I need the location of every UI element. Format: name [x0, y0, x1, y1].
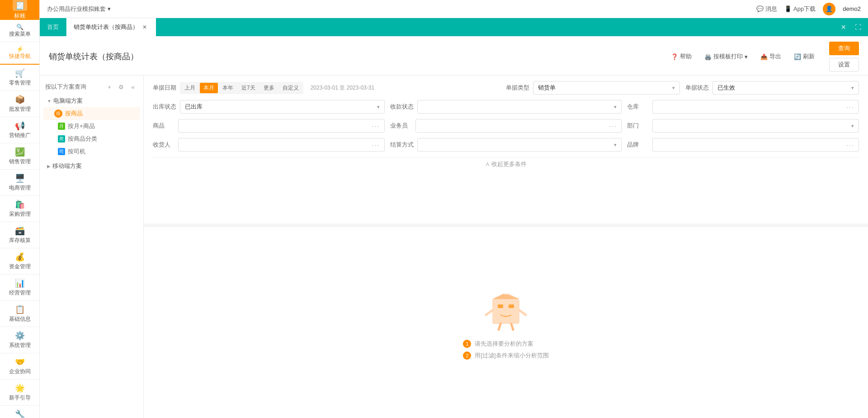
operations-label: 经营管理 — [2, 289, 38, 297]
sidebar-item-basic[interactable]: 📋 基础信息 — [0, 301, 40, 327]
filter-brand: 品牌 ··· — [627, 138, 859, 152]
add-icon: + — [108, 84, 111, 90]
driver-scheme-label: 按司机 — [68, 147, 85, 156]
app-download-label: App下载 — [793, 5, 816, 13]
sidebar-item-retail[interactable]: 🛒 零售管理 — [0, 65, 40, 91]
search-label: 搜索菜单 — [2, 30, 38, 38]
group-desktop-label: 电脑端方案 — [53, 97, 136, 105]
sidebar-item-sales[interactable]: 💹 销售管理 — [0, 143, 40, 170]
export-btn[interactable]: 📤 导出 — [757, 51, 785, 62]
scheme-group-desktop-header[interactable]: ▼ 电脑端方案 — [43, 95, 140, 107]
sidebar-item-marketing[interactable]: 📢 营销推广 — [0, 117, 40, 143]
tab-sales-stat[interactable]: 销货单统计表（按商品） ✕ — [66, 18, 156, 36]
sidebar-item-ecommerce[interactable]: 🖥️ 电商管理 — [0, 170, 40, 196]
scheme-item-by-category[interactable]: 类 按商品分类 — [43, 133, 140, 145]
sidebar-search[interactable]: 🔍 搜索菜单 — [0, 20, 40, 42]
status-control[interactable]: 已生效 ▾ — [712, 81, 859, 95]
salesman-control[interactable]: ··· — [415, 119, 622, 133]
receiver-label: 收货人 — [153, 141, 175, 149]
collapse-label: 收起更多条件 — [491, 161, 527, 167]
query-btn[interactable]: 查询 — [829, 42, 859, 55]
scheme-header-label: 按以下方案查询 — [45, 83, 103, 91]
right-panel: 单据日期 上月 本月 本年 近7天 更多 自定义 2023-03-01 至 20… — [144, 76, 868, 418]
tab-home[interactable]: 首页 — [40, 18, 66, 36]
finance-label: 资金管理 — [2, 263, 38, 271]
out-status-control[interactable]: 已出库 ▾ — [180, 100, 385, 114]
status-label: 单据状态 — [685, 84, 709, 92]
scheme-panel: 按以下方案查询 + ⚙ « ▼ 电脑端方案 — [40, 76, 144, 418]
help-btn[interactable]: ❓ 帮助 — [667, 51, 695, 62]
warehouse-control[interactable]: ··· — [652, 100, 859, 114]
date-tab-thismonth[interactable]: 本月 — [200, 83, 218, 93]
purchase-icon: 🛍️ — [2, 200, 38, 209]
dept-control[interactable]: ▾ — [652, 119, 859, 133]
sidebar-item-inventory[interactable]: 🗃️ 库存核算 — [0, 222, 40, 248]
sidebar-item-appstore[interactable]: 🔧 应用中心 — [0, 406, 40, 418]
empty-tips: 1 请先选择要分析的方案 2 用[过滤]条件来缩小分析范围 — [463, 340, 548, 360]
user-avatar[interactable]: 👤 — [823, 3, 835, 15]
appstore-icon: 🔧 — [2, 409, 38, 418]
brand-control[interactable]: ··· — [652, 138, 859, 152]
filter-type: 单据类型 销货单 ▾ — [506, 81, 680, 95]
scheme-collapse-btn[interactable]: « — [128, 82, 138, 92]
tip-num-2: 2 — [463, 352, 471, 360]
sidebar-item-purchase[interactable]: 🛍️ 采购管理 — [0, 196, 40, 222]
marketing-label: 营销推广 — [2, 132, 38, 139]
payment-control[interactable]: ▾ — [417, 138, 622, 152]
tabbar-expand-btn[interactable]: ⛶ — [852, 21, 864, 33]
scheme-item-by-goods[interactable]: 按 按商品 — [43, 107, 140, 120]
scheme-group-mobile-header[interactable]: ▶ 移动端方案 — [43, 160, 140, 172]
username: demo2 — [843, 5, 861, 12]
basic-label: 基础信息 — [2, 315, 38, 323]
brand-label: 品牌 — [627, 141, 649, 149]
message-btn[interactable]: 💬 消息 — [756, 5, 777, 13]
receiver-control[interactable]: ··· — [178, 138, 385, 152]
collapse-bar[interactable]: ∧ 收起更多条件 — [153, 157, 859, 171]
filter-dept: 部门 ▾ — [627, 119, 859, 133]
type-value: 销货单 — [538, 84, 556, 92]
ecommerce-label: 电商管理 — [2, 184, 38, 192]
sidebar-item-finance[interactable]: 💰 资金管理 — [0, 248, 40, 275]
search-icon: 🔍 — [2, 24, 38, 30]
app-download-btn[interactable]: 📱 App下载 — [784, 5, 816, 13]
mobile-group-label: 移动端方案 — [52, 162, 82, 170]
payment-label: 结算方式 — [390, 141, 414, 149]
type-control[interactable]: 销货单 ▾ — [533, 81, 680, 95]
goods-control[interactable]: ··· — [178, 119, 385, 133]
scheme-item-by-month[interactable]: 月 按月+商品 — [43, 120, 140, 133]
scheme-item-by-driver[interactable]: 司 按司机 — [43, 145, 140, 158]
page-actions: ❓ 帮助 🖨️ 按模板打印 ▾ 📤 导出 🔄 刷新 查询 — [667, 42, 859, 71]
category-scheme-icon: 类 — [58, 135, 65, 142]
date-tab-custom[interactable]: 自定义 — [279, 83, 302, 93]
print-btn[interactable]: 🖨️ 按模板打印 ▾ — [701, 51, 751, 62]
tabbar-close-btn[interactable]: ✕ — [837, 21, 850, 33]
sidebar-item-wholesale[interactable]: 📦 批发管理 — [0, 91, 40, 117]
wholesale-label: 批发管理 — [2, 105, 38, 113]
refresh-btn[interactable]: 🔄 刷新 — [790, 51, 818, 62]
dept-caret: ▾ — [851, 123, 854, 129]
sidebar-item-newbie[interactable]: 🌟 新手引导 — [0, 380, 40, 406]
date-tab-more[interactable]: 更多 — [260, 83, 278, 93]
svg-rect-4 — [509, 304, 514, 308]
tab-sales-stat-close[interactable]: ✕ — [141, 24, 148, 31]
date-tab-thisyear[interactable]: 本年 — [219, 83, 237, 93]
type-caret: ▾ — [672, 85, 675, 91]
collect-status-control[interactable]: ▾ — [417, 100, 622, 114]
sidebar-item-system[interactable]: ⚙️ 系统管理 — [0, 327, 40, 353]
date-tab-lastmonth[interactable]: 上月 — [181, 83, 199, 93]
sidebar-logo[interactable]: 🧾 标账 — [0, 0, 40, 20]
settings-btn[interactable]: 设置 — [829, 58, 859, 71]
filter-warehouse: 仓库 ··· — [627, 100, 859, 114]
sidebar-item-operations[interactable]: 📊 经营管理 — [0, 275, 40, 301]
workspace-dropdown[interactable]: 办公用品行业模拟账套 ▾ — [47, 5, 111, 13]
date-tab-7days[interactable]: 近7天 — [238, 83, 259, 93]
dept-label: 部门 — [627, 122, 649, 130]
scheme-add-btn[interactable]: + — [104, 82, 114, 92]
filter-date: 单据日期 上月 本月 本年 近7天 更多 自定义 2023-03-01 至 20… — [153, 82, 500, 94]
brand-dots: ··· — [846, 142, 854, 148]
tabbar: 首页 销货单统计表（按商品） ✕ ✕ ⛶ — [40, 18, 868, 36]
sidebar-quick-nav[interactable]: ⚡ 快捷导航 — [0, 42, 40, 65]
collect-caret: ▾ — [614, 104, 617, 110]
scheme-settings-btn[interactable]: ⚙ — [116, 82, 126, 92]
sidebar-item-enterprise[interactable]: 🤝 企业协同 — [0, 353, 40, 380]
